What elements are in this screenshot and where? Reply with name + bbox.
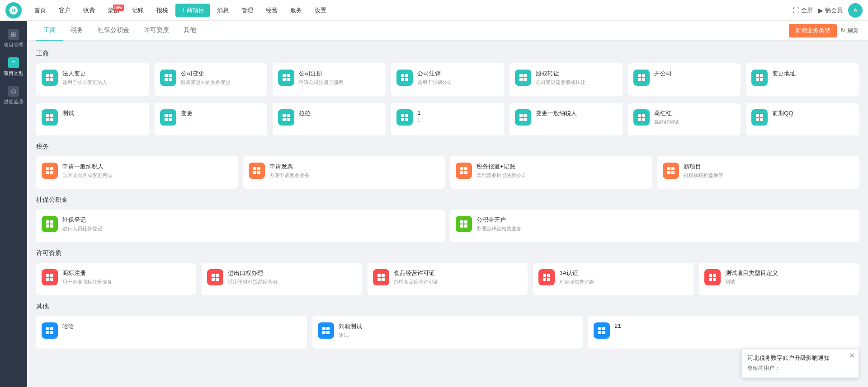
- svg-rect-1: [50, 74, 53, 77]
- service-card[interactable]: 3A认证对企业信誉评级: [533, 263, 693, 295]
- refresh-button[interactable]: ↻ 刷新: [840, 27, 859, 35]
- card-desc: 股权变更外的业务变更: [181, 79, 262, 86]
- section-title-shuiwu: 税务: [36, 143, 859, 151]
- qita-cards: 哈哈 刘聪测试测试 211: [36, 316, 859, 349]
- svg-rect-63: [257, 171, 260, 174]
- service-card[interactable]: 申请发票办理申请发票业务: [243, 156, 445, 189]
- card-title: 税务报道+记账: [476, 163, 646, 171]
- svg-rect-32: [165, 114, 168, 117]
- card-title: 变更地址: [772, 70, 854, 78]
- nav-item-收费[interactable]: 收费: [78, 4, 100, 17]
- svg-rect-59: [50, 171, 53, 174]
- svg-rect-78: [460, 224, 463, 228]
- nav-item-客户[interactable]: 客户: [53, 4, 76, 17]
- svg-rect-30: [46, 118, 49, 121]
- service-card[interactable]: 公司变更股权变更外的业务变更: [155, 63, 268, 96]
- new-type-button[interactable]: 新增业务类型: [789, 24, 837, 37]
- service-card[interactable]: 哈哈: [36, 316, 307, 349]
- service-card[interactable]: 变更: [155, 103, 268, 135]
- card-text: 法人变更适用于公司变更法人: [62, 70, 144, 86]
- svg-rect-70: [667, 171, 670, 174]
- tab-税务[interactable]: 税务: [63, 21, 90, 41]
- svg-rect-44: [519, 114, 523, 117]
- card-desc: 用于企业商标注册服务: [62, 279, 191, 285]
- nav-item-消息[interactable]: 消息: [212, 4, 234, 17]
- card-title: 申请一般纳税人: [62, 163, 232, 171]
- nav-item-票据[interactable]: 票据new: [102, 4, 125, 17]
- card-text: 拉拉: [299, 109, 380, 117]
- content-area: 工商税务社保公积金许可资质其他 新增业务类型 ↻ 刷新 工商 法人变更适用于公司…: [27, 21, 868, 387]
- notification-close-button[interactable]: ✕: [849, 351, 855, 360]
- fullscreen-button[interactable]: ⛶ 全屏: [793, 6, 813, 14]
- service-card[interactable]: 葛红红葛红红测试: [628, 103, 741, 135]
- card-icon: [373, 269, 389, 285]
- service-card[interactable]: 社保登记进行人员社保登记: [36, 210, 445, 242]
- svg-rect-79: [464, 224, 467, 228]
- card-title: 食品经营许可证: [394, 269, 522, 277]
- service-card[interactable]: 测试项目类型目定义测试: [699, 263, 859, 295]
- svg-rect-94: [543, 278, 546, 281]
- svg-rect-28: [46, 114, 49, 117]
- tab-工商[interactable]: 工商: [36, 21, 63, 41]
- service-card[interactable]: 公积金开户办理公积金相关业务: [450, 210, 859, 242]
- service-card[interactable]: 变更一般纳税人: [509, 103, 623, 135]
- card-text: 哈哈: [62, 322, 302, 331]
- nav-item-经营[interactable]: 经营: [260, 4, 283, 17]
- service-card[interactable]: 刘聪测试测试: [312, 316, 583, 349]
- shebao-cards: 社保登记进行人员社保登记 公积金开户办理公积金相关业务: [36, 210, 859, 242]
- svg-rect-14: [401, 78, 404, 81]
- service-card[interactable]: 法人变更适用于公司变更法人: [36, 63, 149, 96]
- card-title: 社保登记: [62, 216, 439, 224]
- svg-rect-20: [638, 74, 641, 77]
- notification-popup: ✕ 河北税务数字账户升级影响通知 尊敬的用户：: [741, 348, 859, 378]
- service-card[interactable]: 公司注销适用于注销公司: [391, 63, 504, 96]
- service-card[interactable]: 变更地址: [746, 63, 859, 96]
- service-card[interactable]: 新项目报税加税控盘保管: [657, 156, 859, 189]
- service-card[interactable]: 测试: [36, 103, 149, 135]
- nav-item-首页[interactable]: 首页: [29, 4, 52, 17]
- card-icon: [42, 109, 58, 126]
- svg-rect-84: [212, 274, 215, 277]
- tab-社保公积金[interactable]: 社保公积金: [90, 21, 137, 41]
- service-card[interactable]: 税务报道+记账拿到营业执照的新公司: [450, 156, 652, 189]
- svg-rect-60: [253, 167, 256, 170]
- nav-item-记账[interactable]: 记账: [127, 4, 149, 17]
- service-card[interactable]: 前期QQ: [746, 103, 859, 135]
- sidebar-label: 项目管理: [4, 42, 24, 48]
- svg-rect-49: [642, 114, 645, 117]
- service-card[interactable]: 211: [588, 316, 859, 349]
- svg-rect-4: [165, 74, 168, 77]
- service-card[interactable]: 进出口权办理适用于对外贸易经营者: [202, 263, 362, 295]
- tab-许可资质[interactable]: 许可资质: [137, 21, 176, 41]
- nav-item-管理[interactable]: 管理: [236, 4, 259, 17]
- nav-item-报税[interactable]: 报税: [151, 4, 174, 17]
- service-card[interactable]: 开公司: [628, 63, 741, 96]
- svg-rect-21: [642, 74, 645, 77]
- svg-rect-89: [382, 274, 385, 277]
- service-card[interactable]: 公司注册申请公司注册全流程: [273, 63, 386, 96]
- service-card[interactable]: 申请一般纳税人当月或次月成变更完成: [36, 156, 238, 189]
- top-navigation: 首页客户收费票据new记账报税工商项目消息管理经营服务设置 ⛶ 全屏 ▶ 畅会员…: [0, 0, 868, 21]
- avatar[interactable]: A: [848, 3, 863, 18]
- service-card[interactable]: 11: [391, 103, 504, 135]
- service-card[interactable]: 股权转让公司变更需要股权转让: [509, 63, 623, 96]
- nav-item-服务[interactable]: 服务: [285, 4, 307, 17]
- nav-item-设置[interactable]: 设置: [309, 4, 332, 17]
- service-card[interactable]: 食品经营许可证办理食品经营许可证: [368, 263, 528, 295]
- service-card[interactable]: 拉拉: [273, 103, 386, 135]
- card-title: 股权转让: [536, 70, 617, 78]
- tab-其他[interactable]: 其他: [176, 21, 203, 41]
- svg-rect-99: [713, 278, 716, 281]
- card-icon: [42, 216, 58, 232]
- service-card[interactable]: 商标注册用于企业商标注册服务: [36, 263, 196, 295]
- sidebar-item-项目管理[interactable]: ⊞项目管理: [0, 24, 27, 53]
- sidebar-item-进度监测[interactable]: ◎进度监测: [0, 81, 27, 110]
- nav-item-工商项目[interactable]: 工商项目: [175, 4, 210, 17]
- card-title: 公积金开户: [476, 216, 854, 224]
- sidebar-item-项目类型[interactable]: ≡项目类型: [0, 53, 27, 81]
- card-desc: 进行人员社保登记: [62, 225, 439, 232]
- card-icon: [456, 163, 472, 179]
- svg-rect-100: [46, 327, 49, 330]
- vip-button[interactable]: ▶ 畅会员: [818, 6, 843, 14]
- card-desc: 测试: [725, 279, 854, 285]
